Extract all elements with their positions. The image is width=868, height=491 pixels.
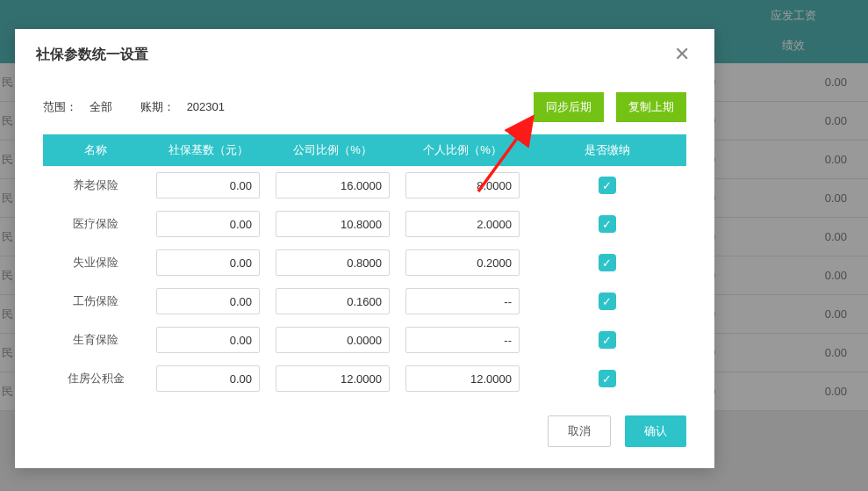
- modal-social-insurance: 社保参数统一设置 ✕ 范围：全部 账期：202301 同步后期 复制上期 名称 …: [15, 29, 714, 468]
- confirm-button[interactable]: 确认: [625, 415, 686, 447]
- base-input[interactable]: [156, 288, 260, 314]
- table-row: 工伤保险✓: [43, 282, 686, 321]
- row-name: 失业保险: [43, 255, 148, 271]
- row-name: 工伤保险: [43, 293, 148, 309]
- base-input[interactable]: [156, 327, 260, 353]
- table-header: 名称 社保基数（元） 公司比例（%） 个人比例（%） 是否缴纳: [43, 134, 686, 166]
- company-input[interactable]: [276, 365, 390, 392]
- base-input[interactable]: [156, 172, 260, 199]
- table-row: 生育保险✓: [43, 321, 686, 359]
- company-input[interactable]: [276, 249, 390, 276]
- th-pay: 是否缴纳: [527, 142, 686, 158]
- pay-checkbox[interactable]: ✓: [599, 331, 616, 349]
- table-row: 住房公积金✓: [43, 359, 686, 398]
- row-name: 养老保险: [43, 177, 148, 193]
- row-name: 住房公积金: [43, 371, 148, 386]
- row-name: 医疗保险: [43, 216, 148, 232]
- modal-title: 社保参数统一设置: [36, 46, 148, 64]
- sync-later-button[interactable]: 同步后期: [534, 92, 604, 122]
- personal-input[interactable]: [405, 365, 520, 392]
- pay-checkbox[interactable]: ✓: [599, 177, 616, 194]
- personal-input[interactable]: [405, 249, 520, 276]
- company-input[interactable]: [276, 288, 390, 314]
- copy-previous-button[interactable]: 复制上期: [616, 92, 686, 122]
- row-name: 生育保险: [43, 332, 148, 348]
- cancel-button[interactable]: 取消: [548, 415, 611, 447]
- th-company: 公司比例（%）: [268, 142, 398, 158]
- pay-checkbox[interactable]: ✓: [599, 254, 616, 271]
- company-input[interactable]: [276, 327, 390, 353]
- personal-input[interactable]: [405, 327, 520, 353]
- pay-checkbox[interactable]: ✓: [599, 370, 616, 387]
- pay-checkbox[interactable]: ✓: [599, 215, 616, 233]
- table-row: 失业保险✓: [43, 243, 686, 282]
- close-icon[interactable]: ✕: [671, 45, 693, 64]
- personal-input[interactable]: [405, 288, 520, 314]
- personal-input[interactable]: [405, 211, 520, 237]
- th-base: 社保基数（元）: [148, 142, 268, 158]
- pay-checkbox[interactable]: ✓: [599, 292, 616, 310]
- personal-input[interactable]: [405, 172, 520, 199]
- th-name: 名称: [43, 142, 148, 158]
- base-input[interactable]: [156, 249, 260, 276]
- table-row: 医疗保险✓: [43, 205, 686, 243]
- company-input[interactable]: [276, 211, 390, 237]
- base-input[interactable]: [156, 365, 260, 392]
- modal-meta: 范围：全部 账期：202301: [43, 99, 249, 115]
- base-input[interactable]: [156, 211, 260, 237]
- table-row: 养老保险✓: [43, 166, 686, 205]
- company-input[interactable]: [276, 172, 390, 199]
- th-personal: 个人比例（%）: [398, 142, 527, 158]
